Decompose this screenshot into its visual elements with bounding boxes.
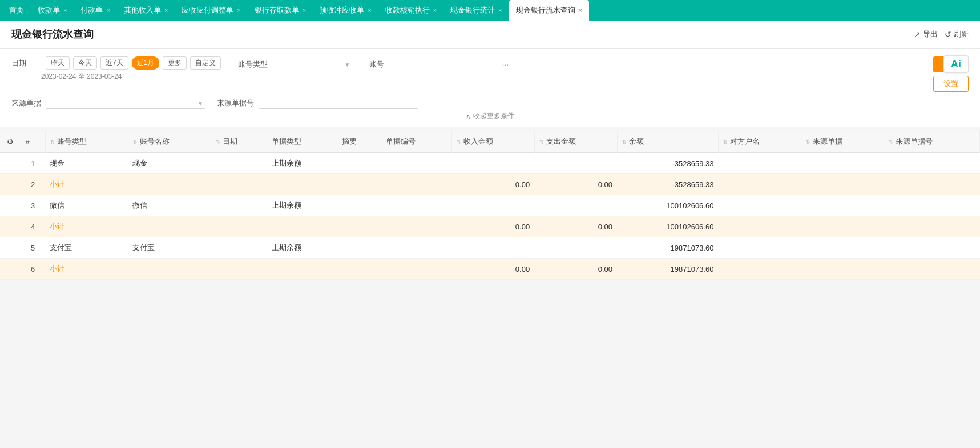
cell-source_doc	[801, 259, 884, 280]
nav-tab[interactable]: 现金银行统计×	[443, 0, 509, 21]
nav-tab[interactable]: 银行存取款单×	[248, 0, 313, 21]
cell-account_name	[128, 174, 211, 195]
top-nav: 首页 收款单×付款单×其他收入单×应收应付调整单×银行存取款单×预收冲应收单×收…	[0, 0, 980, 21]
nav-tab[interactable]: 现金银行流水查询×	[509, 0, 589, 21]
cell-source_doc_no	[884, 259, 979, 280]
cell-counterpart	[718, 237, 801, 259]
table-col-source_doc_no[interactable]: ⇅来源单据号	[884, 131, 979, 153]
nav-home[interactable]: 首页	[2, 5, 31, 15]
cell-source_doc_no	[884, 174, 979, 195]
table-col-expense[interactable]: ⇅支出金额	[534, 131, 617, 153]
filter-area: 日期 昨天今天近7天近1月更多自定义 2023-02-24 至 2023-03-…	[0, 49, 980, 127]
table-col-balance[interactable]: ⇅余额	[617, 131, 718, 153]
account-input[interactable]	[391, 59, 494, 70]
cell-account_name: 微信	[128, 195, 211, 216]
cell-income	[451, 237, 534, 259]
cell-income	[451, 153, 534, 174]
date-options: 昨天今天近7天近1月更多自定义	[46, 56, 221, 70]
table-col-date[interactable]: ⇅日期	[211, 131, 267, 153]
cell-date	[211, 237, 267, 259]
nav-tab[interactable]: 收款核销执行×	[378, 0, 443, 21]
cell-counterpart	[718, 174, 801, 195]
table-row: 5支付宝支付宝上期余额19871073.60	[0, 237, 980, 259]
cell-doc_type: 上期余额	[267, 195, 337, 216]
nav-tab[interactable]: 收款单×	[31, 0, 74, 21]
cell-num: 1	[21, 153, 45, 174]
close-icon[interactable]: ×	[63, 7, 67, 14]
source-doc-num-input[interactable]	[259, 98, 418, 109]
table-col-source_doc[interactable]: ⇅来源单据	[801, 131, 884, 153]
table-col-income[interactable]: ⇅收入金额	[451, 131, 534, 153]
account-ellipsis-button[interactable]: ···	[498, 60, 512, 69]
table-col-doc_no: 单据编号	[381, 131, 451, 153]
table-col-account_type[interactable]: ⇅账号类型	[45, 131, 128, 153]
cell-account_type: 现金	[45, 153, 128, 174]
nav-tab[interactable]: 付款单×	[74, 0, 116, 21]
close-icon[interactable]: ×	[498, 7, 502, 14]
date-range: 2023-02-24 至 2023-03-24	[41, 72, 122, 80]
table-row: 6小计0.000.0019871073.60	[0, 259, 980, 280]
cell-doc_type: 上期余额	[267, 237, 337, 259]
date-option-btn[interactable]: 近7天	[100, 56, 128, 70]
source-doc-select[interactable]	[46, 98, 205, 109]
cell-source_doc	[801, 237, 884, 259]
date-option-btn[interactable]: 昨天	[46, 56, 70, 70]
close-icon[interactable]: ×	[368, 7, 371, 14]
close-icon[interactable]: ×	[579, 7, 582, 14]
cell-source_doc_no	[884, 153, 979, 174]
cell-date	[211, 195, 267, 216]
cell-balance: -3528659.33	[617, 153, 718, 174]
cell-income	[451, 195, 534, 216]
cell-balance: 19871073.60	[617, 259, 718, 280]
cell-expense	[534, 153, 617, 174]
nav-tab[interactable]: 应收应付调整单×	[175, 0, 247, 21]
cell-account_name	[128, 216, 211, 237]
cell-doc_type	[267, 174, 337, 195]
source-doc-select-wrapper: ▼	[46, 98, 205, 109]
page-header: 现金银行流水查询 ↗ 导出 ↺ 刷新	[0, 21, 980, 49]
cell-counterpart	[718, 153, 801, 174]
close-icon[interactable]: ×	[237, 7, 240, 14]
gear-icon[interactable]: ⚙	[7, 138, 14, 146]
close-icon[interactable]: ×	[433, 7, 437, 14]
close-icon[interactable]: ×	[164, 7, 168, 14]
cell-income: 0.00	[451, 174, 534, 195]
close-icon[interactable]: ×	[106, 7, 110, 14]
account-label: 账号	[369, 59, 386, 70]
account-type-filter: 账号类型 ▼	[238, 59, 352, 70]
nav-tab[interactable]: 预收冲应收单×	[313, 0, 378, 21]
export-button[interactable]: ↗ 导出	[914, 29, 938, 39]
cell-account_name: 现金	[128, 153, 211, 174]
nav-tab[interactable]: 其他收入单×	[117, 0, 175, 21]
table-col-account_name[interactable]: ⇅账号名称	[128, 131, 211, 153]
close-icon[interactable]: ×	[303, 7, 306, 14]
date-option-btn[interactable]: 自定义	[190, 56, 221, 70]
cell-num: 3	[21, 195, 45, 216]
source-doc-label: 来源单据	[11, 98, 41, 108]
date-option-btn[interactable]: 近1月	[132, 56, 160, 70]
account-type-select[interactable]	[272, 59, 352, 70]
cell-income: 0.00	[451, 216, 534, 237]
table-col-counterpart[interactable]: ⇅对方户名	[718, 131, 801, 153]
export-icon: ↗	[914, 30, 921, 39]
table-col-doc_type: 单据类型	[267, 131, 337, 153]
table-head: ⚙#⇅账号类型⇅账号名称⇅日期单据类型摘要单据编号⇅收入金额⇅支出金额⇅余额⇅对…	[0, 131, 980, 153]
date-option-btn[interactable]: 今天	[73, 56, 97, 70]
cell-date	[211, 174, 267, 195]
table-row: 3微信微信上期余额100102606.60	[0, 195, 980, 216]
table-wrapper: ⚙#⇅账号类型⇅账号名称⇅日期单据类型摘要单据编号⇅收入金额⇅支出金额⇅余额⇅对…	[0, 131, 980, 280]
date-option-btn[interactable]: 更多	[163, 56, 187, 70]
cell-gear	[0, 153, 21, 174]
cell-summary	[337, 195, 381, 216]
cell-source_doc_no	[884, 195, 979, 216]
refresh-button[interactable]: ↺ 刷新	[945, 29, 969, 39]
sort-icon: ⇅	[889, 139, 893, 145]
cell-summary	[337, 216, 381, 237]
cell-doc_no	[381, 237, 451, 259]
cell-account_type: 支付宝	[45, 237, 128, 259]
collapse-bar[interactable]: ∧ 收起更多条件	[11, 109, 969, 121]
cell-doc_type: 上期余额	[267, 153, 337, 174]
settings-button[interactable]: 设置	[933, 76, 969, 92]
table-col-num: #	[21, 131, 45, 153]
cell-source_doc_no	[884, 216, 979, 237]
